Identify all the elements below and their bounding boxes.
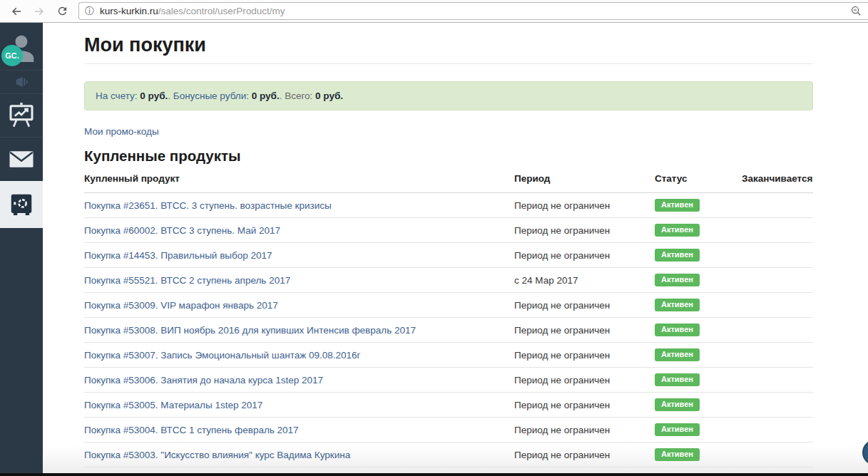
safe-icon xyxy=(8,191,35,218)
table-row: Покупка #53006. Занятия до начала курса … xyxy=(84,368,813,393)
address-bar[interactable]: ⓘ kurs-kurkin.ru/sales/control/userProdu… xyxy=(78,2,868,20)
table-row: Покупка #23651. ВТСС. 3 ступень. возраст… xyxy=(84,193,813,218)
period-cell: Период не ограничен xyxy=(514,243,655,268)
table-row: Покупка #53003. "Искусство влияния" курс… xyxy=(84,443,813,467)
ends-cell xyxy=(742,193,813,218)
banner-separator: . xyxy=(168,90,170,101)
url-text: kurs-kurkin.ru/sales/control/userProduct… xyxy=(100,6,285,16)
status-badge: Активен xyxy=(655,249,700,262)
sidebar-item-purchases[interactable] xyxy=(0,181,43,228)
url-path: /sales/control/userProduct/my xyxy=(158,6,285,16)
product-link[interactable]: Покупка #53003. "Искусство влияния" курс… xyxy=(84,450,350,460)
banner-separator: . xyxy=(280,90,282,101)
account-balance-link[interactable]: На счету: xyxy=(96,90,138,101)
total-label: Всего: xyxy=(285,90,312,101)
period-cell: Период не ограничен xyxy=(514,443,655,467)
table-body: Покупка #23651. ВТСС. 3 ступень. возраст… xyxy=(84,193,813,476)
period-cell: с 24 Мар 2017 xyxy=(514,268,655,293)
sidebar-item-profile[interactable]: GC. xyxy=(0,24,43,70)
ends-cell xyxy=(742,318,813,343)
header-period: Период xyxy=(514,167,655,193)
product-link[interactable]: Покупка #53005. Материалы 1step 2017 xyxy=(84,400,262,410)
promo-codes-link[interactable]: Мои промо-коды xyxy=(84,126,159,137)
header-product: Купленный продукт xyxy=(84,167,514,193)
bottom-edge-strip xyxy=(0,473,868,476)
ends-cell xyxy=(742,393,813,418)
account-balance-value: 0 руб. xyxy=(140,90,168,101)
product-link[interactable]: Покупка #53006. Занятия до начала курса … xyxy=(84,375,323,386)
header-status: Статус xyxy=(655,167,742,193)
reload-icon[interactable] xyxy=(53,2,71,21)
purchases-table: Купленный продукт Период Статус Заканчив… xyxy=(84,167,813,476)
product-link[interactable]: Покупка #23651. ВТСС. 3 ступень. возраст… xyxy=(84,200,332,211)
sidebar: GC. xyxy=(0,23,43,473)
zoom-out-icon[interactable] xyxy=(850,5,862,17)
bonus-rubles-value: 0 руб. xyxy=(252,90,280,101)
status-badge: Активен xyxy=(655,373,700,386)
title-divider xyxy=(84,63,813,64)
period-cell: Период не ограничен xyxy=(514,218,655,243)
ends-cell xyxy=(742,293,813,318)
table-row: Покупка #53004. ВТСС 1 ступень февраль 2… xyxy=(84,418,813,443)
megaphone-icon xyxy=(13,74,30,90)
table-row: Покупка #53009. VIP марафон январь 2017 … xyxy=(84,293,813,318)
product-link[interactable]: Покупка #14453. Правильный выбор 2017 xyxy=(84,250,272,261)
status-badge: Активен xyxy=(655,448,700,461)
product-link[interactable]: Покупка #55521. ВТСС 2 ступень апрель 20… xyxy=(84,275,290,286)
period-cell: Период не ограничен xyxy=(514,393,655,418)
product-link[interactable]: Покупка #60002. ВТСС 3 ступень. Май 2017 xyxy=(84,225,280,236)
table-row: Покупка #53008. ВИП ноябрь 2016 для купи… xyxy=(84,318,813,343)
ends-cell xyxy=(742,443,813,467)
table-header-row: Купленный продукт Период Статус Заканчив… xyxy=(84,167,813,193)
status-badge: Активен xyxy=(655,224,700,237)
period-cell: Период не ограничен xyxy=(514,343,655,368)
status-badge: Активен xyxy=(655,398,700,411)
status-badge: Активен xyxy=(655,423,700,436)
avatar-initials-badge: GC. xyxy=(1,45,23,66)
ends-cell xyxy=(742,343,813,368)
header-ends: Заканчивается xyxy=(742,167,813,193)
period-cell: Период не ограничен xyxy=(514,193,655,218)
sidebar-item-statistics[interactable] xyxy=(0,93,43,137)
product-link[interactable]: Покупка #53007. Запись Эмоциональный шан… xyxy=(84,350,360,361)
table-row: Покупка #53007. Запись Эмоциональный шан… xyxy=(84,343,813,368)
main-content: Мои покупки На счету: 0 руб.. Бонусные р… xyxy=(43,23,868,473)
table-row: Покупка #14453. Правильный выбор 2017 Пе… xyxy=(84,243,813,268)
table-row: Покупка #60002. ВТСС 3 ступень. Май 2017… xyxy=(84,218,813,243)
product-link[interactable]: Покупка #53009. VIP марафон январь 2017 xyxy=(84,300,278,311)
period-cell: Период не ограничен xyxy=(514,293,655,318)
period-cell: Период не ограничен xyxy=(514,418,655,443)
product-link[interactable]: Покупка #53004. ВТСС 1 ступень февраль 2… xyxy=(84,425,299,435)
period-cell: Период не ограничен xyxy=(514,368,655,393)
ends-cell xyxy=(742,268,813,293)
forward-icon[interactable] xyxy=(30,2,48,21)
status-badge: Активен xyxy=(655,348,700,361)
page-title: Мои покупки xyxy=(84,34,813,56)
ends-cell xyxy=(742,368,813,393)
ends-cell xyxy=(742,418,813,443)
status-badge: Активен xyxy=(655,199,700,212)
back-icon[interactable] xyxy=(7,2,26,21)
ends-cell xyxy=(742,243,813,268)
total-value: 0 руб. xyxy=(315,90,343,101)
browser-toolbar: ⓘ kurs-kurkin.ru/sales/control/userProdu… xyxy=(0,0,868,23)
status-badge: Активен xyxy=(655,299,700,311)
sidebar-item-mail[interactable] xyxy=(0,137,43,181)
status-badge: Активен xyxy=(655,274,700,286)
sidebar-item-announcements[interactable] xyxy=(0,70,43,93)
product-link[interactable]: Покупка #53008. ВИП ноябрь 2016 для купи… xyxy=(84,325,416,336)
mail-icon xyxy=(9,150,34,169)
ends-cell xyxy=(742,218,813,243)
bonus-rubles-link[interactable]: Бонусные рубли: xyxy=(173,90,249,101)
presentation-chart-icon xyxy=(7,101,36,130)
period-cell: Период не ограничен xyxy=(514,318,655,343)
table-row: Покупка #53005. Материалы 1step 2017 Пер… xyxy=(84,393,813,418)
table-row: Покупка #55521. ВТСС 2 ступень апрель 20… xyxy=(84,268,813,293)
url-host: kurs-kurkin.ru xyxy=(100,6,158,16)
page-info-icon[interactable]: ⓘ xyxy=(85,5,94,18)
status-badge: Активен xyxy=(655,324,700,336)
section-title: Купленные продукты xyxy=(84,148,813,165)
app-window: GC. xyxy=(0,23,868,473)
balance-banner: На счету: 0 руб.. Бонусные рубли: 0 руб.… xyxy=(84,81,813,110)
